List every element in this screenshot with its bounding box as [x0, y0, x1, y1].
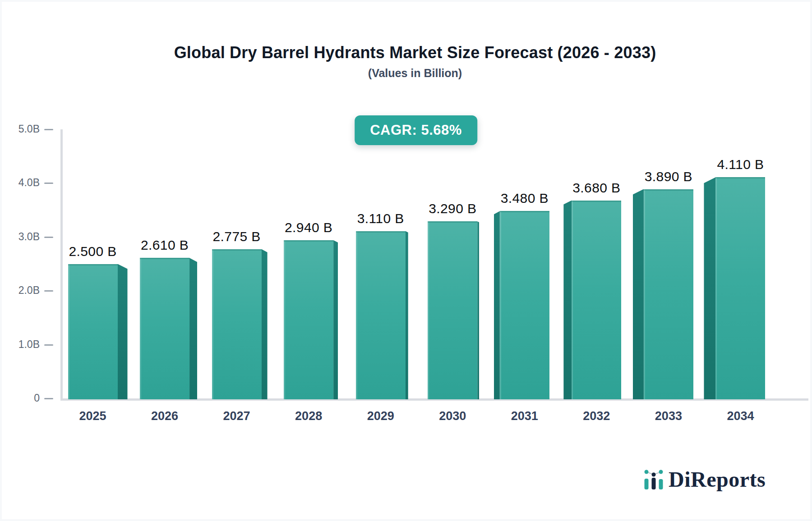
- bar-2031: [500, 211, 549, 399]
- x-axis-label-2026: 2026: [129, 408, 201, 424]
- y-axis-tick-label: 0: [0, 392, 40, 404]
- bar-3d-side-face: [189, 258, 197, 399]
- x-axis-label-2031: 2031: [489, 408, 561, 424]
- bar-3d-side-face: [633, 189, 644, 399]
- x-axis-label-2027: 2027: [201, 408, 273, 424]
- y-axis-tick-mark: [44, 290, 53, 292]
- bar-2033: [644, 189, 693, 399]
- x-axis-label-2030: 2030: [416, 408, 489, 424]
- bar-2030: [428, 221, 477, 399]
- x-axis-label-2028: 2028: [272, 408, 345, 424]
- bar-3d-side-face: [704, 177, 715, 399]
- bar-2029: [356, 231, 406, 399]
- y-axis-tick-label: 2.0B: [0, 284, 40, 297]
- bar-2028: [284, 240, 333, 399]
- y-axis-tick-mark: [44, 237, 53, 238]
- y-axis-tick-mark: [44, 129, 53, 130]
- bar-2032: [572, 201, 621, 399]
- bar-3d-side-face: [406, 231, 408, 399]
- y-axis-line: [60, 129, 63, 400]
- bar-2026: [140, 258, 189, 399]
- logo-text: DiReports: [669, 469, 766, 490]
- bar-3d-side-face: [477, 221, 479, 399]
- bar-3d-side-face: [262, 249, 268, 399]
- bar-2027: [212, 249, 262, 399]
- bar-2025: [68, 264, 118, 400]
- bar-3d-side-face: [118, 264, 128, 400]
- y-axis-tick-label: 5.0B: [0, 123, 40, 135]
- y-axis-tick-mark: [44, 344, 53, 346]
- y-axis-tick-label: 3.0B: [0, 231, 40, 243]
- y-axis-tick-mark: [44, 183, 53, 184]
- bar-3d-side-face: [333, 240, 338, 399]
- logo-chart-icon: [642, 467, 665, 490]
- bar-chart-plot-area: 5.0B4.0B3.0B2.0B1.0B02.500 B20252.610 B2…: [0, 0, 812, 521]
- x-axis-label-2033: 2033: [632, 408, 705, 424]
- x-axis-label-2029: 2029: [345, 408, 417, 424]
- x-axis-label-2025: 2025: [57, 408, 129, 424]
- x-axis-label-2032: 2032: [560, 408, 632, 424]
- direports-logo: DiReports: [642, 467, 766, 490]
- bar-3d-side-face: [563, 201, 572, 399]
- bar-value-label: 4.110 B: [691, 155, 790, 174]
- bar-3d-side-face: [494, 211, 500, 399]
- y-axis-tick-label: 1.0B: [0, 338, 40, 351]
- chart-page: Global Dry Barrel Hydrants Market Size F…: [0, 0, 812, 521]
- y-axis-tick-label: 4.0B: [0, 177, 40, 189]
- bar-2034: [715, 177, 765, 399]
- x-axis-label-2034: 2034: [704, 408, 776, 424]
- y-axis-tick-mark: [44, 398, 53, 399]
